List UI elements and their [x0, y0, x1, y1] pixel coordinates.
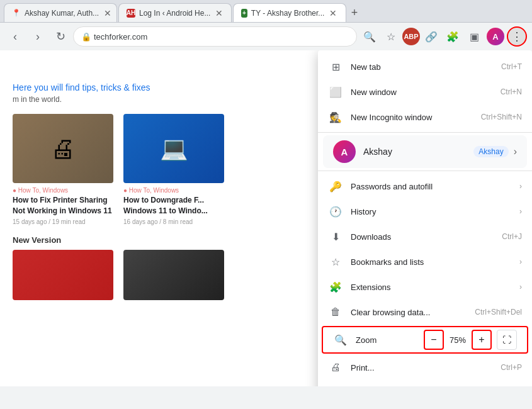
tab-label-1: Log In ‹ Android He...	[139, 9, 210, 18]
zoom-section: 🔍 Zoom − 75% + ⛶	[322, 326, 528, 354]
tab-1[interactable]: AH Log In ‹ Android He... ✕	[118, 3, 232, 22]
extensions-label: Extensions	[351, 283, 514, 292]
menu-new-tab[interactable]: ⊞ New tab Ctrl+T	[318, 54, 532, 79]
menu-new-incognito[interactable]: 🕵 New Incognito window Ctrl+Shift+N	[318, 104, 532, 130]
bookmarks-label: Bookmarks and lists	[351, 257, 514, 267]
print-shortcut: Ctrl+P	[501, 363, 522, 372]
menu-passwords[interactable]: 🔑 Passwords and autofill ›	[318, 174, 532, 199]
tab-bar: 📍 Akshay Kumar, Auth... ✕ AH Log In ‹ An…	[0, 0, 532, 23]
clear-shortcut: Ctrl+Shift+Del	[475, 308, 522, 317]
abp-button[interactable]: ABP	[402, 28, 420, 45]
card-meta-1: 16 days ago / 8 min read	[123, 218, 224, 225]
browser-chrome: 📍 Akshay Kumar, Auth... ✕ AH Log In ‹ An…	[0, 0, 532, 50]
menu-new-window[interactable]: ⬜ New window Ctrl+N	[318, 79, 532, 104]
secure-icon: 🔒	[81, 32, 91, 42]
print-label: Print...	[351, 363, 501, 373]
card-tag-0: ● How To, Windows	[13, 187, 113, 194]
clear-label: Clear browsing data...	[351, 308, 475, 317]
card-img-0: 🖨	[13, 114, 113, 183]
new-window-label: New window	[351, 87, 501, 97]
passwords-arrow: ›	[519, 182, 522, 191]
history-icon: 🕐	[328, 204, 343, 219]
zoom-value: 75%	[446, 335, 469, 345]
google-icon: G	[328, 385, 343, 386]
mini-card-0	[13, 250, 113, 300]
downloads-shortcut: Ctrl+J	[502, 232, 522, 241]
new-tab-icon: ⊞	[328, 59, 343, 74]
heading-highlight: Here you will find tips, tricks & fixes	[13, 82, 150, 92]
zoom-label: Zoom	[356, 335, 424, 345]
card-tag-1: ● How To, Windows	[123, 187, 224, 194]
print-icon: 🖨	[328, 360, 343, 375]
card-meta-0: 15 days ago / 19 min read	[13, 218, 113, 225]
zoom-controls: − 75% + ⛶	[424, 330, 517, 350]
bookmarks-icon: ☆	[328, 254, 343, 269]
tab-favicon-0: 📍	[12, 9, 21, 18]
profile-arrow-icon: ›	[514, 146, 517, 157]
tab-close-0[interactable]: ✕	[103, 7, 113, 20]
downloads-label: Downloads	[351, 232, 502, 242]
incognito-icon: 🕵	[328, 109, 343, 125]
card-1: 💻 ● How To, Windows How to Downgrade F..…	[123, 114, 224, 225]
star-icon-btn[interactable]: ☆	[381, 26, 401, 47]
new-incognito-shortcut: Ctrl+Shift+N	[481, 113, 522, 121]
tab-0[interactable]: 📍 Akshay Kumar, Auth... ✕	[4, 3, 117, 22]
profile-name: Akshay	[363, 147, 473, 157]
tablet-icon-btn[interactable]: ▣	[464, 26, 484, 47]
new-tab-btn[interactable]: +	[350, 13, 359, 22]
tab-label-0: Akshay Kumar, Auth...	[25, 9, 99, 18]
card-img-1: 💻	[123, 114, 224, 183]
forward-button[interactable]: ›	[28, 26, 48, 47]
card-0: 🖨 ● How To, Windows How to Fix Printer S…	[13, 114, 113, 225]
zoom-minus-button[interactable]: −	[424, 330, 444, 350]
extensions-arrow: ›	[519, 283, 522, 291]
profile-section[interactable]: A Akshay Akshay ›	[323, 135, 527, 168]
extensions-icon: 🧩	[328, 279, 343, 294]
tab-close-2[interactable]: ✕	[328, 7, 338, 20]
passwords-label: Passwords and autofill	[351, 182, 514, 191]
tab-2[interactable]: + TY - Akshay Brother... ✕	[233, 3, 346, 22]
new-tab-shortcut: Ctrl+T	[501, 62, 522, 71]
zoom-plus-button[interactable]: +	[472, 330, 492, 350]
divider-1	[318, 132, 532, 133]
menu-search-google[interactable]: G Search this page with Google...	[318, 380, 532, 386]
chain-icon-btn[interactable]: 🔗	[421, 26, 441, 47]
menu-bookmarks[interactable]: ☆ Bookmarks and lists ›	[318, 249, 532, 274]
profile-avatar-large: A	[333, 140, 356, 163]
tab-favicon-2: +	[241, 9, 247, 18]
mini-card-1	[123, 250, 224, 300]
menu-button-wrap: ⋮	[507, 26, 527, 47]
tab-favicon-1: AH	[127, 9, 135, 18]
menu-print[interactable]: 🖨 Print... Ctrl+P	[318, 355, 532, 380]
history-arrow: ›	[519, 207, 522, 216]
divider-2	[318, 171, 532, 171]
bookmarks-arrow: ›	[519, 257, 522, 266]
profile-badge: Akshay	[473, 146, 508, 157]
address-bar[interactable]: 🔒 techforker.com	[73, 26, 357, 47]
puzzle-icon-btn[interactable]: 🧩	[443, 26, 463, 47]
card-title-0: How to Fix Printer Sharing Not Working i…	[13, 195, 113, 216]
menu-extensions[interactable]: 🧩 Extensions ›	[318, 274, 532, 300]
menu-clear-browsing[interactable]: 🗑 Clear browsing data... Ctrl+Shift+Del	[318, 300, 532, 325]
menu-downloads[interactable]: ⬇ Downloads Ctrl+J	[318, 224, 532, 249]
url-text: techforker.com	[94, 32, 147, 42]
toolbar-icons: 🔍 ☆ ABP 🔗 🧩 ▣ A ⋮	[359, 26, 527, 47]
passwords-icon: 🔑	[328, 179, 343, 194]
search-icon-btn[interactable]: 🔍	[359, 26, 380, 47]
reload-button[interactable]: ↻	[50, 26, 71, 47]
profile-avatar-small[interactable]: A	[487, 28, 504, 45]
zoom-fullscreen-button[interactable]: ⛶	[497, 330, 517, 350]
main-content: Android Windows iOS Here you will find t…	[0, 50, 532, 386]
new-window-shortcut: Ctrl+N	[501, 87, 522, 96]
new-tab-label: New tab	[351, 62, 501, 72]
address-bar-row: ‹ › ↻ 🔒 techforker.com 🔍 ☆ ABP 🔗 🧩 ▣ A ⋮	[0, 23, 532, 50]
dropdown-menu: ⊞ New tab Ctrl+T ⬜ New window Ctrl+N 🕵 N…	[318, 50, 532, 386]
tab-close-1[interactable]: ✕	[214, 7, 224, 20]
downloads-icon: ⬇	[328, 229, 343, 244]
menu-button[interactable]: ⋮	[507, 26, 527, 47]
history-label: History	[351, 207, 514, 216]
clear-icon: 🗑	[328, 305, 343, 320]
menu-history[interactable]: 🕐 History ›	[318, 199, 532, 224]
back-button[interactable]: ‹	[5, 26, 25, 47]
zoom-icon: 🔍	[333, 332, 348, 347]
